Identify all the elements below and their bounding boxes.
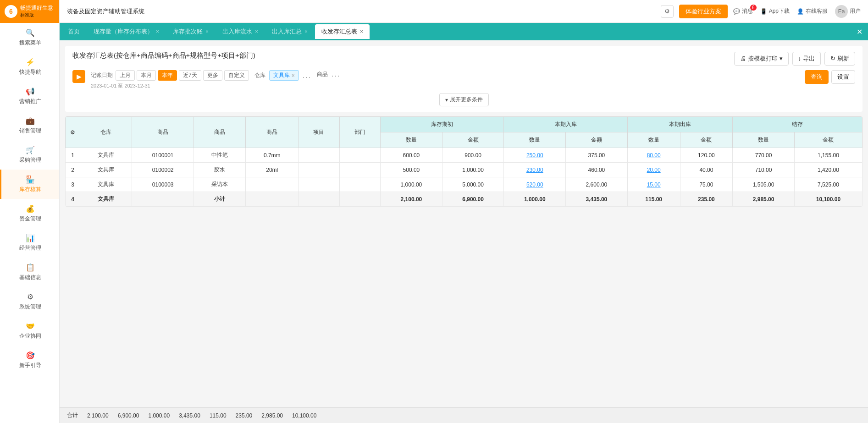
row-inbound-amt: 375.00 xyxy=(566,148,628,163)
row-closing-qty: 2,985.00 xyxy=(733,192,795,207)
message-btn[interactable]: 💬 消息 6 xyxy=(733,7,753,15)
date-btn-更多[interactable]: 更多 xyxy=(203,70,222,81)
filter-expand-btn[interactable]: ▶ xyxy=(72,70,85,83)
tab-bar-close-btn[interactable]: ✕ xyxy=(853,26,866,38)
quick-nav-icon: ⚡ xyxy=(26,58,35,66)
refresh-btn[interactable]: ↻ 刷新 xyxy=(824,52,855,66)
col-closing-qty-header: 数量 xyxy=(733,132,795,148)
sidebar-item-enterprise[interactable]: 🤝 企业协同 xyxy=(0,316,59,346)
row-goods-code xyxy=(132,192,194,207)
logo-line2: 标准版 xyxy=(20,12,53,18)
enterprise-label: 企业协同 xyxy=(19,332,41,340)
tab-close-batch-ledger[interactable]: × xyxy=(205,28,209,35)
enterprise-icon: 🤝 xyxy=(26,322,35,330)
date-btn-本年[interactable]: 本年 xyxy=(158,70,177,81)
table-row: 2文具库0100002胶水20ml500.001,000.00230.00460… xyxy=(66,163,862,177)
data-table: ⚙ 仓库 商品 商品 商品 项目 部门 库存期初 本期入库 本期出库 结存 数量 xyxy=(65,116,862,207)
goods-dots[interactable]: ... xyxy=(332,70,340,78)
print-btn[interactable]: 🖨 按模板打印 ▾ xyxy=(734,52,789,66)
print-icon: 🖨 xyxy=(740,55,746,62)
expand-more-label: 展开更多条件 xyxy=(450,96,483,104)
export-label: 导出 xyxy=(803,55,815,63)
col-closing-amt-header: 金额 xyxy=(794,132,862,148)
export-btn[interactable]: ↓ 导出 xyxy=(792,52,821,66)
online-service-btn[interactable]: 👤 在线客服 xyxy=(797,7,828,15)
row-inbound-qty[interactable]: 520.00 xyxy=(504,177,566,192)
row-closing-qty: 770.00 xyxy=(733,148,795,163)
tab-batch-ledger[interactable]: 库存批次账× xyxy=(166,24,215,39)
newbie-label: 新手引导 xyxy=(19,362,41,369)
sidebar-item-marketing[interactable]: 📢 营销推广 xyxy=(0,82,59,111)
row-opening-qty: 1,000.00 xyxy=(381,177,442,192)
date-btn-上月[interactable]: 上月 xyxy=(116,70,135,81)
warehouse-tag: 文具库 × xyxy=(269,70,299,81)
tab-close-in-out-summary[interactable]: × xyxy=(304,28,308,35)
col-inbound-amt-header: 金额 xyxy=(566,132,628,148)
row-closing-amt: 10,100.00 xyxy=(794,192,862,207)
date-btn-本月[interactable]: 本月 xyxy=(137,70,156,81)
tab-home[interactable]: 首页 xyxy=(61,24,86,39)
purchase-label: 采购管理 xyxy=(19,156,41,164)
operations-icon: 📊 xyxy=(26,234,35,242)
row-goods-code: 0100003 xyxy=(132,177,194,192)
col-warehouse-header: 仓库 xyxy=(80,117,132,148)
tab-close-in-out-flow[interactable]: × xyxy=(255,28,258,35)
row-outbound-amt: 235.00 xyxy=(680,192,733,207)
row-outbound-qty[interactable]: 15.00 xyxy=(627,177,680,192)
goods-filter-section: 商品 ... xyxy=(317,70,340,78)
query-btn[interactable]: 查询 xyxy=(805,70,829,84)
tab-close-inventory-dist[interactable]: × xyxy=(156,28,159,35)
sidebar-item-quick-nav[interactable]: ⚡ 快捷导航 xyxy=(0,52,59,82)
sidebar-item-sales[interactable]: 💼 销售管理 xyxy=(0,111,59,140)
row-goods-spec: 0.7mm xyxy=(246,148,299,163)
expand-more-btn[interactable]: ▾ 展开更多条件 xyxy=(439,93,489,106)
tab-inventory-dist[interactable]: 现存量（库存分布表）× xyxy=(87,24,166,39)
table-container: ⚙ 仓库 商品 商品 商品 项目 部门 库存期初 本期入库 本期出库 结存 数量 xyxy=(65,116,862,207)
sidebar-item-system[interactable]: ⚙ 系统管理 xyxy=(0,287,59,316)
row-inbound-qty[interactable]: 230.00 xyxy=(504,163,566,177)
row-department xyxy=(339,163,380,177)
settings-btn[interactable]: 设置 xyxy=(831,70,855,84)
row-outbound-qty[interactable]: 20.00 xyxy=(627,163,680,177)
row-inbound-amt: 3,435.00 xyxy=(566,192,628,207)
filter-row-1: ▶ 记账日期 上月本月本年近7天更多自定义 2023-01-01 至 2023-… xyxy=(72,70,855,89)
warehouse-dots[interactable]: ... xyxy=(303,71,311,80)
tab-close-recv-send-summary[interactable]: × xyxy=(360,28,363,35)
tab-recv-send-summary[interactable]: 收发存汇总表× xyxy=(315,24,370,39)
sidebar-item-newbie[interactable]: 🎯 新手引导 xyxy=(0,346,59,375)
col-settings-header[interactable]: ⚙ xyxy=(66,117,80,148)
date-btn-近7天[interactable]: 近7天 xyxy=(179,70,201,81)
page-title: 收发存汇总表(按仓库+商品编码+商品+规格型号+项目+部门) xyxy=(72,51,255,60)
sidebar-item-purchase[interactable]: 🛒 采购管理 xyxy=(0,140,59,170)
row-goods-spec: 20ml xyxy=(246,163,299,177)
row-project xyxy=(299,148,339,163)
col-outbound-qty-header: 数量 xyxy=(627,132,680,148)
col-opening-group-header: 库存期初 xyxy=(381,117,504,132)
col-department-header: 部门 xyxy=(339,117,380,148)
row-outbound-qty[interactable]: 80.00 xyxy=(627,148,680,163)
row-department xyxy=(339,177,380,192)
quick-nav-label: 快捷导航 xyxy=(19,68,41,76)
trial-button[interactable]: 体验行业方案 xyxy=(679,5,728,18)
settings-icon-btn[interactable]: ⚙ xyxy=(661,5,674,18)
row-goods-code: 0100001 xyxy=(132,148,194,163)
col-goods-name-header: 商品 xyxy=(194,117,246,148)
tab-in-out-flow[interactable]: 出入库流水× xyxy=(216,24,265,39)
row-inbound-qty: 1,000.00 xyxy=(504,192,566,207)
sidebar-item-basic-info[interactable]: 📋 基础信息 xyxy=(0,258,59,287)
sidebar-item-search[interactable]: 🔍 搜索菜单 xyxy=(0,23,59,52)
tab-bar: 首页现存量（库存分布表）×库存批次账×出入库流水×出入库汇总×收发存汇总表× ✕ xyxy=(60,23,868,40)
sidebar-item-operations[interactable]: 📊 经营管理 xyxy=(0,228,59,258)
col-goods-code-header: 商品 xyxy=(132,117,194,148)
sidebar-item-assets[interactable]: 💰 资金管理 xyxy=(0,199,59,228)
sidebar-item-inventory[interactable]: 🏪 库存核算 xyxy=(0,170,59,199)
warehouse-tag-close[interactable]: × xyxy=(292,72,295,79)
date-btn-自定义[interactable]: 自定义 xyxy=(224,70,249,81)
app-download-btn[interactable]: 📱 App下载 xyxy=(760,7,790,15)
col-project-header: 项目 xyxy=(299,117,339,148)
user-btn[interactable]: Ea 用户 xyxy=(835,5,861,18)
expand-more-icon: ▾ xyxy=(445,97,448,103)
row-inbound-qty[interactable]: 250.00 xyxy=(504,148,566,163)
tab-in-out-summary[interactable]: 出入库汇总× xyxy=(265,24,314,39)
row-outbound-qty: 115.00 xyxy=(627,192,680,207)
